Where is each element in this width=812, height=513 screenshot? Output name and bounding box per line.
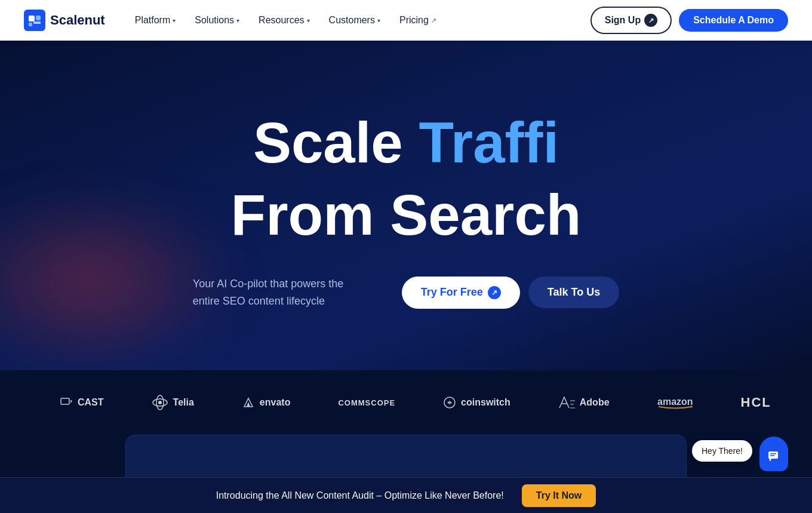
hero-title-line1: Scale Traffi	[193, 113, 619, 173]
chat-widget: Hey There!	[692, 437, 788, 465]
svg-rect-1	[29, 16, 35, 21]
envato-icon	[242, 396, 255, 409]
svg-rect-16	[770, 453, 776, 454]
scalenut-logo-icon	[24, 10, 45, 31]
try-for-free-button[interactable]: Try For Free ↗	[402, 277, 520, 309]
signup-arrow-icon: ↗	[644, 14, 657, 27]
hero-section: Scale Traffi From Search Your AI Co-pilo…	[0, 0, 812, 370]
svg-rect-5	[61, 398, 69, 404]
try-it-now-button[interactable]: Try It Now	[522, 484, 596, 507]
nav-links: Platform ▾ Solutions ▾ Resources ▾ Custo…	[127, 10, 445, 30]
hero-content: Scale Traffi From Search Your AI Co-pilo…	[169, 77, 643, 333]
cast-logo: CAST	[36, 396, 128, 409]
telia-icon	[152, 394, 168, 411]
amazon-icon: amazon	[657, 396, 693, 409]
adobe-icon	[558, 396, 575, 409]
commscope-logo: COMMSCOPE	[314, 398, 419, 407]
chat-bubble: Hey There!	[692, 440, 752, 462]
logos-bar: CAST Telia envato COMMSCOPE coinswitch	[0, 370, 812, 435]
try-free-arrow-icon: ↗	[488, 286, 501, 299]
signup-button[interactable]: Sign Up ↗	[590, 7, 672, 34]
hero-buttons: Try For Free ↗ Talk To Us	[402, 277, 619, 309]
svg-rect-17	[770, 455, 774, 456]
cast-icon	[60, 396, 73, 409]
svg-rect-2	[36, 16, 41, 20]
bottom-banner: Introducing the All New Content Audit – …	[0, 477, 812, 513]
hero-bottom: Your AI Co-pilot that powers the entire …	[193, 275, 619, 310]
svg-marker-10	[247, 402, 250, 407]
hcl-logo: HCL	[717, 395, 795, 410]
svg-rect-4	[33, 21, 41, 24]
chat-action-button[interactable]	[759, 443, 788, 471]
logo-link[interactable]: Scalenut	[24, 10, 105, 31]
adobe-logo: Adobe	[534, 396, 633, 409]
solutions-chevron: ▾	[236, 17, 239, 24]
svg-text:amazon: amazon	[657, 397, 693, 407]
customers-chevron: ▾	[377, 17, 380, 24]
logo-text: Scalenut	[50, 13, 105, 28]
talk-to-us-button[interactable]: Talk To Us	[528, 277, 619, 308]
resources-chevron: ▾	[307, 17, 310, 24]
nav-platform[interactable]: Platform ▾	[127, 10, 184, 30]
coinswitch-logo: coinswitch	[419, 396, 534, 409]
coinswitch-icon	[443, 396, 456, 409]
nav-right: Sign Up ↗ Schedule A Demo	[590, 7, 788, 34]
nav-left: Scalenut Platform ▾ Solutions ▾ Resource…	[24, 10, 445, 31]
svg-point-8	[158, 401, 162, 404]
we-logo: we	[795, 396, 812, 410]
banner-text: Introducing the All New Content Audit – …	[216, 490, 504, 501]
schedule-demo-button[interactable]: Schedule A Demo	[679, 9, 788, 32]
platform-chevron: ▾	[173, 17, 176, 24]
telia-logo: Telia	[128, 394, 218, 411]
amazon-logo: amazon	[633, 396, 717, 409]
pricing-external: ↗	[431, 17, 436, 24]
envato-logo: envato	[218, 396, 315, 409]
nav-customers[interactable]: Customers ▾	[321, 10, 389, 30]
nav-solutions[interactable]: Solutions ▾	[186, 10, 248, 30]
navbar: Scalenut Platform ▾ Solutions ▾ Resource…	[0, 0, 812, 41]
nav-resources[interactable]: Resources ▾	[250, 10, 318, 30]
svg-rect-3	[29, 23, 32, 26]
hero-title-line2: From Search	[193, 185, 619, 245]
nav-pricing[interactable]: Pricing ↗	[391, 10, 445, 30]
chat-square-icon	[767, 450, 781, 464]
hero-subtext: Your AI Co-pilot that powers the entire …	[193, 275, 366, 310]
